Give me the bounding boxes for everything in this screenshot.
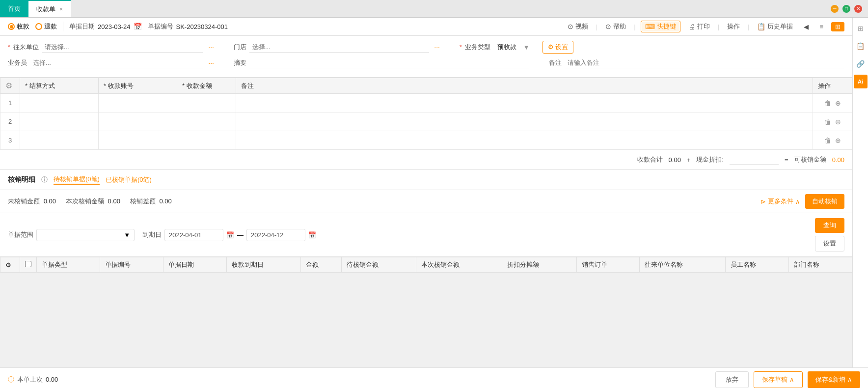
detail-settings-icon[interactable]: ⚙	[5, 261, 11, 269]
row-1-settle[interactable]	[20, 94, 99, 112]
form-row-1: * 往来单位 ··· 门店 ··· * 业务类型 预收款 ▼ ⚙ 设置	[8, 41, 844, 54]
dth-doc-no: 单据编号	[100, 257, 163, 273]
biz-type-dropdown-icon[interactable]: ▼	[523, 44, 530, 51]
store-field: 门店 ···	[234, 42, 440, 53]
stat-diff: 核销差额 0.00	[130, 197, 172, 206]
diff-label: 核销差额	[130, 197, 156, 205]
maximize-button[interactable]: □	[842, 5, 850, 13]
shortcut-button[interactable]: ⌨ 快捷键	[641, 21, 680, 32]
row-1-delete-icon[interactable]: 🗑	[824, 99, 831, 107]
shortcut-label: 快捷键	[657, 22, 676, 31]
row-3-remark[interactable]	[236, 131, 813, 150]
video-button[interactable]: ⊙ 视频	[565, 21, 591, 32]
row-1-amount[interactable]	[177, 94, 236, 112]
staff-more-icon[interactable]: ···	[208, 59, 214, 67]
select-all-checkbox[interactable]	[25, 261, 31, 267]
date-to-input[interactable]	[246, 229, 305, 241]
row-3-amount[interactable]	[177, 131, 236, 150]
discount-label: 现金折扣:	[696, 155, 724, 164]
radio-payment[interactable]: 收款	[8, 22, 29, 31]
operation-button[interactable]: 操作	[724, 21, 743, 32]
date-from-input[interactable]	[164, 229, 223, 241]
history-button[interactable]: 📋 历史单据	[754, 21, 796, 32]
date-field: 单据日期 2023-03-24 📅	[69, 22, 142, 31]
row-3-settle-input[interactable]	[20, 131, 98, 149]
tab-receipt[interactable]: 收款单 ×	[28, 0, 71, 17]
table-settings-icon[interactable]: ⚙	[5, 82, 12, 90]
row-1-amount-input[interactable]	[177, 94, 236, 112]
row-3-remark-input[interactable]	[236, 131, 813, 149]
row-3-account-input[interactable]	[99, 131, 177, 149]
print-label: 打印	[697, 22, 710, 31]
filter-settings-button[interactable]: 设置	[815, 236, 844, 251]
help-button[interactable]: ⊙ 帮助	[602, 21, 629, 32]
row-1-remark[interactable]	[236, 94, 813, 112]
dth-amount: 金额	[301, 257, 342, 273]
row-1-account[interactable]	[99, 94, 177, 112]
table-row: 3 🗑 ⊕	[0, 131, 852, 150]
sidebar-ai-icon[interactable]: Ai	[854, 75, 868, 88]
close-button[interactable]: ✕	[854, 5, 862, 13]
row-1-remark-input[interactable]	[236, 94, 813, 112]
partner-more-icon[interactable]: ···	[208, 43, 214, 51]
row-2-settle[interactable]	[20, 112, 99, 131]
tab-close-icon[interactable]: ×	[59, 6, 63, 13]
more-conditions-button[interactable]: ⊳ 更多条件 ∧	[760, 197, 800, 206]
staff-input[interactable]	[30, 57, 203, 68]
minimize-button[interactable]: ─	[831, 5, 839, 13]
calendar-icon[interactable]: 📅	[134, 23, 142, 30]
sidebar-link-icon[interactable]: 🔗	[854, 57, 868, 71]
radio-refund[interactable]: 退款	[35, 22, 57, 31]
range-select[interactable]: ▼	[36, 229, 135, 241]
table-row: 2 🗑 ⊕	[0, 112, 852, 131]
row-1-account-input[interactable]	[99, 94, 177, 112]
remark-input[interactable]	[565, 57, 844, 68]
summary-input[interactable]	[249, 57, 529, 68]
th-ops: 操作	[813, 78, 852, 94]
row-1-copy-icon[interactable]: ⊕	[835, 99, 841, 107]
row-2-settle-input[interactable]	[20, 112, 98, 131]
tab-pending[interactable]: 待核销单据(0笔)	[54, 175, 100, 185]
row-2-amount-input[interactable]	[177, 112, 236, 131]
biz-settings-button[interactable]: ⚙ 设置	[542, 41, 574, 54]
filter-area: 单据范围 ▼ 到期日 📅 — 📅 查询 设置	[0, 213, 852, 257]
stat-current: 本次核销金额 0.00	[66, 197, 120, 206]
biz-settings-label: 设置	[555, 43, 568, 51]
date-to-calendar-icon[interactable]: 📅	[308, 231, 316, 239]
auto-verify-button[interactable]: 自动核销	[805, 194, 844, 209]
grid-view-button[interactable]: ⊞	[831, 22, 844, 31]
verify-info-icon[interactable]: ⓘ	[41, 175, 48, 184]
sidebar-table-icon[interactable]: ⊞	[854, 22, 868, 35]
discount-input[interactable]	[730, 155, 779, 165]
row-2-remark-input[interactable]	[236, 112, 813, 131]
row-3-account[interactable]	[99, 131, 177, 150]
save-draft-button[interactable]: 保存草稿 ∧	[754, 371, 803, 388]
print-button[interactable]: 🖨 打印	[685, 21, 713, 32]
tab-home[interactable]: 首页	[0, 0, 28, 17]
row-2-remark[interactable]	[236, 112, 813, 131]
store-input[interactable]	[249, 42, 429, 53]
sidebar-doc-icon[interactable]: 📋	[854, 39, 868, 53]
row-3-settle[interactable]	[20, 131, 99, 150]
row-2-account[interactable]	[99, 112, 177, 131]
partner-input[interactable]	[42, 42, 204, 53]
staff-label: 业务员	[8, 58, 27, 67]
row-1-settle-input[interactable]	[20, 94, 98, 112]
row-2-delete-icon[interactable]: 🗑	[824, 118, 831, 126]
store-more-icon[interactable]: ···	[434, 43, 440, 51]
row-3-delete-icon[interactable]: 🗑	[824, 137, 831, 144]
row-2-account-input[interactable]	[99, 112, 177, 131]
list-view-button[interactable]: ≡	[816, 22, 826, 31]
tab-home-label: 首页	[8, 4, 21, 13]
row-2-copy-icon[interactable]: ⊕	[835, 118, 841, 126]
due-date-field: 到期日 📅 — 📅	[142, 229, 316, 241]
save-new-button[interactable]: 保存&新增 ∧	[808, 371, 860, 388]
tab-verified[interactable]: 已核销单据(0笔)	[106, 175, 152, 184]
row-3-copy-icon[interactable]: ⊕	[835, 137, 841, 144]
row-3-amount-input[interactable]	[177, 131, 236, 149]
nav-prev-button[interactable]: ◀	[801, 22, 812, 31]
discard-button[interactable]: 放弃	[715, 371, 749, 388]
query-button[interactable]: 查询	[815, 218, 844, 233]
date-from-calendar-icon[interactable]: 📅	[226, 231, 234, 239]
row-2-amount[interactable]	[177, 112, 236, 131]
